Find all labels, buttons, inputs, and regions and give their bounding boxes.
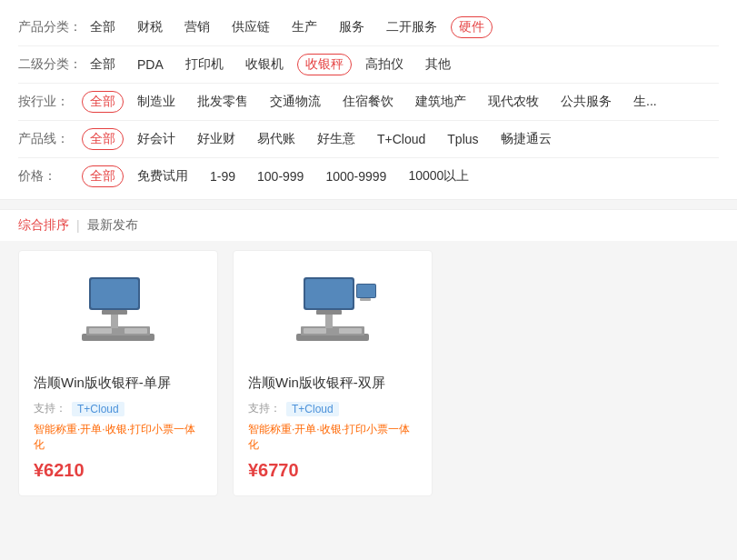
product-desc-2: 智能称重·开单·收银·打印小票一体化	[248, 422, 417, 453]
product-support-1: 支持： T+Cloud	[34, 401, 203, 416]
pl-bills[interactable]: 易代账	[249, 128, 304, 150]
ind-more[interactable]: 生...	[625, 91, 665, 113]
product-name-2: 浩顺Win版收银秤-双屏	[248, 375, 417, 392]
svg-rect-7	[124, 328, 147, 334]
cat-opendev[interactable]: 二开服务	[378, 16, 445, 38]
ind-construction[interactable]: 建筑地产	[407, 91, 474, 113]
sort-comprehensive[interactable]: 综合排序	[18, 217, 69, 234]
price-items: 全部 免费试用 1-99 100-999 1000-9999 10000以上	[82, 165, 477, 187]
ind-hospitality[interactable]: 住宿餐饮	[334, 91, 402, 113]
svg-rect-17	[304, 328, 326, 334]
industry-label: 按行业：	[18, 94, 82, 110]
pl-accounting[interactable]: 好会计	[129, 128, 184, 150]
subcategory-items: 全部 PDA 打印机 收银机 收银秤 高拍仪 其他	[82, 54, 459, 75]
industry-filter-row: 按行业： 全部 制造业 批发零售 交通物流 住宿餐饮 建筑地产 现代农牧 公共服…	[18, 84, 719, 121]
support-tag-1: T+Cloud	[72, 402, 124, 416]
product-image-1	[34, 265, 203, 365]
product-price-1: ¥6210	[34, 460, 203, 481]
productline-filter-row: 产品线： 全部 好会计 好业财 易代账 好生意 T+Cloud Tplus 畅捷…	[18, 121, 719, 158]
productline-label: 产品线：	[18, 131, 82, 147]
svg-rect-6	[89, 328, 112, 334]
svg-rect-16	[316, 310, 342, 315]
svg-rect-5	[102, 310, 127, 315]
pl-tplus[interactable]: Tplus	[439, 129, 486, 149]
pl-finance[interactable]: 好业财	[189, 128, 244, 150]
cat-service[interactable]: 服务	[331, 16, 373, 38]
ind-transport[interactable]: 交通物流	[262, 91, 329, 113]
cat-production[interactable]: 生产	[284, 16, 325, 38]
cat-supply[interactable]: 供应链	[224, 16, 278, 38]
ind-wholesale[interactable]: 批发零售	[189, 91, 256, 113]
svg-rect-12	[305, 279, 353, 308]
category-label: 产品分类：	[18, 19, 82, 35]
svg-rect-4	[91, 279, 138, 308]
product-desc-1: 智能称重·开单·收银·打印小票一体化	[34, 422, 203, 453]
cat-hardware[interactable]: 硬件	[451, 16, 493, 38]
cat-marketing[interactable]: 营销	[176, 16, 218, 38]
ind-public[interactable]: 公共服务	[553, 91, 620, 113]
product-name-1: 浩顺Win版收银秤-单屏	[34, 375, 203, 392]
price-r2[interactable]: 100-999	[249, 166, 312, 186]
sort-divider: |	[76, 218, 80, 233]
support-tag-2: T+Cloud	[286, 402, 339, 416]
sub-scale[interactable]: 收银秤	[297, 54, 352, 75]
price-filter-row: 价格： 全部 免费试用 1-99 100-999 1000-9999 10000…	[18, 158, 719, 195]
productline-items: 全部 好会计 好业财 易代账 好生意 T+Cloud Tplus 畅捷通云	[82, 128, 560, 150]
product-price-2: ¥6770	[248, 460, 417, 481]
svg-rect-14	[357, 285, 375, 297]
sub-cashier[interactable]: 收银机	[237, 54, 292, 75]
sub-other[interactable]: 其他	[417, 54, 459, 75]
price-r4[interactable]: 10000以上	[400, 165, 477, 187]
product-card-2[interactable]: 浩顺Win版收银秤-双屏 支持： T+Cloud 智能称重·开单·收银·打印小票…	[233, 250, 433, 496]
product-support-2: 支持： T+Cloud	[248, 401, 417, 416]
ind-all[interactable]: 全部	[82, 91, 124, 113]
pos-machine-svg-1	[64, 270, 173, 361]
industry-items: 全部 制造业 批发零售 交通物流 住宿餐饮 建筑地产 现代农牧 公共服务 生..…	[82, 91, 665, 113]
svg-rect-15	[360, 298, 371, 301]
subcategory-filter-row: 二级分类： 全部 PDA 打印机 收银机 收银秤 高拍仪 其他	[18, 46, 719, 84]
product-image-2	[248, 265, 417, 365]
price-r3[interactable]: 1000-9999	[317, 166, 394, 186]
sub-printer[interactable]: 打印机	[177, 54, 232, 75]
support-label-1: 支持：	[34, 401, 66, 416]
sort-latest[interactable]: 最新发布	[87, 217, 138, 234]
price-r1[interactable]: 1-99	[202, 166, 244, 186]
price-all[interactable]: 全部	[82, 165, 124, 187]
sort-bar: 综合排序 | 最新发布	[0, 209, 737, 241]
sub-pda[interactable]: PDA	[129, 55, 172, 75]
price-label: 价格：	[18, 168, 82, 185]
subcategory-label: 二级分类：	[18, 56, 82, 73]
ind-manufacturing[interactable]: 制造业	[129, 91, 184, 113]
svg-rect-18	[339, 328, 362, 334]
sub-highcam[interactable]: 高拍仪	[357, 54, 412, 75]
products-grid: 浩顺Win版收银秤-单屏 支持： T+Cloud 智能称重·开单·收银·打印小票…	[0, 241, 737, 505]
category-items: 全部 财税 营销 供应链 生产 服务 二开服务 硬件	[82, 16, 493, 38]
filter-section: 产品分类： 全部 财税 营销 供应链 生产 服务 二开服务 硬件 二级分类： 全…	[0, 0, 737, 200]
pl-express[interactable]: 畅捷通云	[493, 128, 560, 150]
sub-all[interactable]: 全部	[82, 54, 124, 75]
cat-all[interactable]: 全部	[82, 16, 124, 38]
category-filter-row: 产品分类： 全部 财税 营销 供应链 生产 服务 二开服务 硬件	[18, 9, 719, 46]
cat-tax[interactable]: 财税	[129, 16, 171, 38]
pos-machine-svg-2	[278, 270, 387, 361]
pl-tcloud[interactable]: T+Cloud	[369, 129, 433, 149]
pl-business[interactable]: 好生意	[309, 128, 364, 150]
pl-all[interactable]: 全部	[82, 128, 124, 150]
price-free[interactable]: 免费试用	[129, 165, 196, 187]
product-card-1[interactable]: 浩顺Win版收银秤-单屏 支持： T+Cloud 智能称重·开单·收银·打印小票…	[18, 250, 218, 496]
ind-agriculture[interactable]: 现代农牧	[480, 91, 547, 113]
support-label-2: 支持：	[248, 401, 281, 416]
